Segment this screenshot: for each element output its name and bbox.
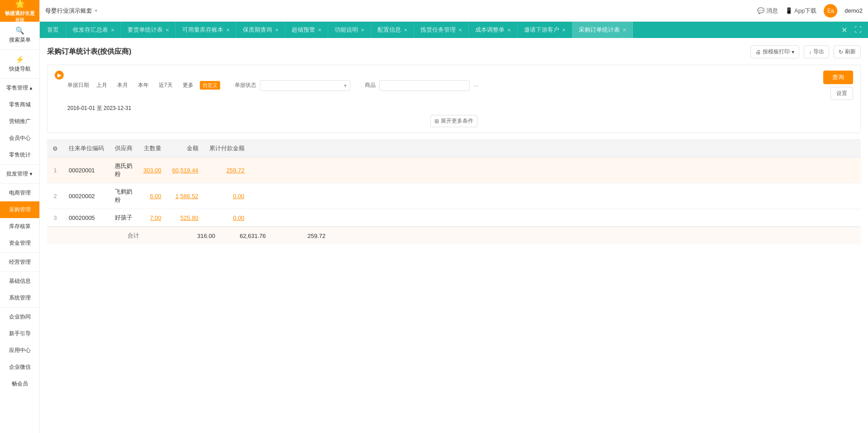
tab-receive-summary[interactable]: 收发存汇总表 ✕ xyxy=(66,22,121,38)
tab-close-icon[interactable]: ✕ xyxy=(458,28,462,33)
tab-invite-customer[interactable]: 邀请下游客户 ✕ xyxy=(518,22,572,38)
tab-overstock-warning[interactable]: 超储预警 ✕ xyxy=(285,22,328,38)
date-opt-more[interactable]: 更多 xyxy=(179,81,197,90)
tab-home[interactable]: 首页 xyxy=(40,22,66,38)
sidebar-item-marketing[interactable]: 营销推广 xyxy=(0,113,39,130)
search-button[interactable]: 查询 xyxy=(823,71,853,84)
table-row: 2 00020002 飞鹤奶粉 6.00 1,586.52 0.00 xyxy=(47,183,861,209)
user-avatar[interactable]: Ea xyxy=(824,4,837,18)
sidebar-item-finance[interactable]: 资金管理 xyxy=(0,235,39,252)
row-paid[interactable]: 0.00 xyxy=(204,209,250,227)
user-name: demo2 xyxy=(844,7,863,14)
sidebar-item-enterprise[interactable]: 企业协同 xyxy=(0,309,39,325)
tab-close-icon[interactable]: ✕ xyxy=(562,28,566,33)
sidebar-item-system[interactable]: 系统管理 xyxy=(0,290,39,306)
row-code: 00020002 xyxy=(63,183,109,209)
sidebar-item-quick-nav[interactable]: ⚡ 快捷导航 xyxy=(0,51,39,77)
sidebar-item-member2[interactable]: 畅会员 xyxy=(0,376,39,392)
sidebar-item-app-center[interactable]: 应用中心 xyxy=(0,342,39,359)
sidebar-item-label: 采购管理 xyxy=(9,206,31,214)
tabs-maximize-button[interactable]: ⛶ xyxy=(853,24,863,36)
custom-date-badge[interactable]: 自定义 xyxy=(200,81,220,90)
sidebar-divider-3 xyxy=(0,164,39,165)
tab-close-icon[interactable]: ✕ xyxy=(361,28,364,33)
status-select-wrapper xyxy=(260,80,350,91)
refresh-button[interactable]: ↻ 刷新 xyxy=(834,45,861,58)
sidebar-item-label: 快捷导航 xyxy=(9,65,31,73)
tab-pick-task[interactable]: 拣货任务管理 ✕ xyxy=(414,22,469,38)
tabs-close-button[interactable]: ✕ xyxy=(840,24,849,36)
row-qty[interactable]: 303.00 xyxy=(138,157,167,183)
row-paid[interactable]: 0.00 xyxy=(204,183,250,209)
row-supplier: 惠氏奶粉 xyxy=(109,157,138,183)
filter-date-range-row: 2016-01-01 至 2023-12-31 xyxy=(67,105,853,112)
message-button[interactable]: 💬 消息 xyxy=(757,7,778,15)
row-code: 00020005 xyxy=(63,209,109,227)
print-button[interactable]: 🖨 按模板打印 ▾ xyxy=(750,45,799,58)
sidebar-item-search[interactable]: 🔍 搜索菜单 xyxy=(0,22,39,48)
date-opt-last-month[interactable]: 上月 xyxy=(93,81,111,90)
tab-purchase-summary[interactable]: 采购订单统计表 ✕ xyxy=(572,22,633,38)
tab-close-icon[interactable]: ✕ xyxy=(507,28,511,33)
footer-label: 合计 xyxy=(127,232,139,240)
sidebar-item-retail-shop[interactable]: 零售商城 xyxy=(0,96,39,113)
tab-close-icon[interactable]: ✕ xyxy=(111,28,114,33)
goods-filter-label: 商品 xyxy=(365,81,376,89)
status-select[interactable] xyxy=(260,80,350,91)
sidebar-item-operation[interactable]: 经营管理 xyxy=(0,254,39,271)
tab-close-icon[interactable]: ✕ xyxy=(275,28,278,33)
settings-button[interactable]: 设置 xyxy=(830,87,853,100)
tab-inventory-book[interactable]: 可用量库存账本 ✕ xyxy=(176,22,236,38)
expand-icon: ⊞ xyxy=(434,118,439,124)
workspace-selector[interactable]: 母婴行业演示账套 ▾ xyxy=(45,7,97,15)
goods-filter-input[interactable] xyxy=(379,80,470,91)
tab-function-desc[interactable]: 功能说明 ✕ xyxy=(328,22,371,38)
data-table: ⚙ 往来单位编码 供应商 主数量 金额 累计付款金额 1 00020001 惠氏… xyxy=(47,139,861,227)
sidebar-item-label: 畅会员 xyxy=(12,380,28,388)
sidebar-item-newbie[interactable]: 新手引导 xyxy=(0,325,39,342)
sidebar-divider-4 xyxy=(0,183,39,184)
sidebar-item-basic-info[interactable]: 基础信息 xyxy=(0,273,39,290)
sidebar-item-enterprise-wechat[interactable]: 企业微信 xyxy=(0,359,39,376)
tab-label: 保质期查询 xyxy=(243,26,272,34)
app-download-button[interactable]: 📱 App下载 xyxy=(785,7,816,15)
row-paid[interactable]: 259.72 xyxy=(204,157,250,183)
workspace-chevron-icon: ▾ xyxy=(95,8,97,13)
tab-expiry-query[interactable]: 保质期查询 ✕ xyxy=(236,22,285,38)
table-header-row: ⚙ 往来单位编码 供应商 主数量 金额 累计付款金额 xyxy=(47,140,861,157)
date-opt-7days[interactable]: 近7天 xyxy=(155,81,176,90)
table-body: 1 00020001 惠氏奶粉 303.00 60,519.44 259.72 … xyxy=(47,157,861,227)
more-options-icon[interactable]: ··· xyxy=(473,82,479,89)
date-opt-this-year[interactable]: 本年 xyxy=(134,81,152,90)
row-amount[interactable]: 60,519.44 xyxy=(167,157,204,183)
sidebar-item-retail-stats[interactable]: 零售统计 xyxy=(0,147,39,163)
tab-config-info[interactable]: 配置信息 ✕ xyxy=(371,22,414,38)
sidebar-item-ecommerce[interactable]: 电商管理 xyxy=(0,185,39,201)
row-qty[interactable]: 7.00 xyxy=(138,209,167,227)
tab-order-summary[interactable]: 要货单统计表 ✕ xyxy=(121,22,176,38)
tab-label: 拣货任务管理 xyxy=(420,26,456,34)
tab-close-icon[interactable]: ✕ xyxy=(165,28,169,33)
row-amount[interactable]: 525.80 xyxy=(167,209,204,227)
sidebar-item-purchase[interactable]: 采购管理 xyxy=(0,201,39,218)
row-supplier: 好孩子 xyxy=(109,209,138,227)
sidebar-item-retail[interactable]: 零售管理 ▲ xyxy=(0,80,39,96)
col-header-amount: 金额 xyxy=(167,140,204,157)
tab-close-icon[interactable]: ✕ xyxy=(226,28,230,33)
page-content: 采购订单统计表(按供应商) 🖨 按模板打印 ▾ ↓ 导出 ↻ 刷新 xyxy=(40,38,868,433)
date-opt-this-month[interactable]: 本月 xyxy=(113,81,132,90)
export-button[interactable]: ↓ 导出 xyxy=(804,45,829,58)
sidebar-item-member[interactable]: 会员中心 xyxy=(0,130,39,147)
tab-label: 功能说明 xyxy=(335,26,358,34)
table-settings-icon[interactable]: ⚙ xyxy=(47,140,63,157)
expand-more-button[interactable]: ⊞ 展开更多条件 xyxy=(430,115,477,127)
row-amount[interactable]: 1,586.52 xyxy=(167,183,204,209)
collapse-toggle-button[interactable]: ▶ xyxy=(55,71,64,80)
sidebar-item-wholesale[interactable]: 批发管理 ▼ xyxy=(0,166,39,182)
sidebar-item-inventory[interactable]: 库存核算 xyxy=(0,218,39,235)
row-qty[interactable]: 6.00 xyxy=(138,183,167,209)
tab-close-icon[interactable]: ✕ xyxy=(623,28,626,33)
tab-cost-adjust[interactable]: 成本调整单 ✕ xyxy=(469,22,518,38)
tab-close-icon[interactable]: ✕ xyxy=(318,28,321,33)
tab-close-icon[interactable]: ✕ xyxy=(404,28,407,33)
